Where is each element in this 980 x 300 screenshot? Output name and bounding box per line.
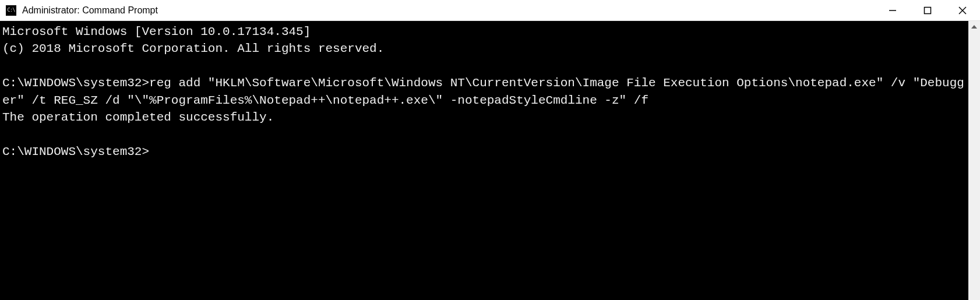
svg-rect-1 [925,7,931,13]
window-controls [875,0,980,20]
cmd-icon: C:\ [6,5,16,16]
maximize-button[interactable] [910,0,945,20]
console-output[interactable]: Microsoft Windows [Version 10.0.17134.34… [0,21,968,300]
scroll-up-button[interactable] [968,21,980,33]
chevron-up-icon [971,25,977,29]
prompt-2: C:\WINDOWS\system32> [2,145,149,158]
prompt-1: C:\WINDOWS\system32> [2,76,149,90]
result-1: The operation completed successfully. [2,111,274,124]
maximize-icon [923,6,932,15]
minimize-icon [889,6,897,15]
version-line: Microsoft Windows [Version 10.0.17134.34… [2,25,311,38]
titlebar: C:\ Administrator: Command Prompt [0,0,980,21]
copyright-line: (c) 2018 Microsoft Corporation. All righ… [2,42,384,55]
console-wrap: Microsoft Windows [Version 10.0.17134.34… [0,21,980,300]
close-icon [958,6,967,15]
cmd-icon-label: C:\ [7,8,15,13]
vertical-scrollbar[interactable] [968,21,980,300]
cursor [149,146,156,158]
window-title: Administrator: Command Prompt [22,5,875,16]
minimize-button[interactable] [875,0,910,20]
close-button[interactable] [945,0,980,20]
